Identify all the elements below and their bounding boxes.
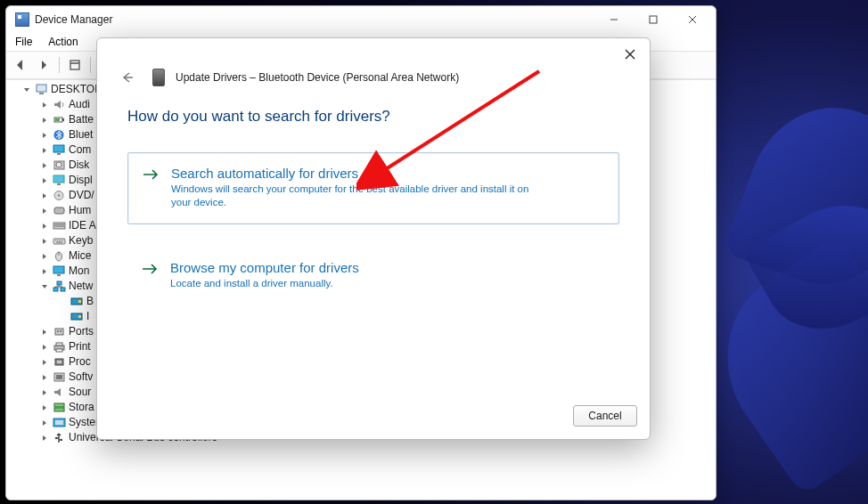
mouse-icon: [52, 250, 66, 263]
svg-rect-10: [57, 153, 61, 155]
tree-node-label: Hum: [69, 203, 91, 218]
option-browse-computer[interactable]: Browse my computer for drivers Locate an…: [127, 248, 619, 305]
cancel-button[interactable]: Cancel: [573, 405, 637, 427]
monitor-icon: [52, 144, 66, 157]
tree-node-label: Mon: [69, 264, 89, 279]
svg-rect-1: [70, 61, 79, 69]
soft-icon: [52, 371, 66, 384]
chevron-right-icon[interactable]: [40, 237, 49, 246]
svg-rect-29: [78, 315, 81, 318]
svg-rect-7: [55, 118, 60, 121]
chevron-right-icon[interactable]: [40, 116, 49, 125]
svg-rect-17: [54, 207, 64, 214]
keyboard-icon: [52, 235, 66, 248]
battery-icon: [52, 114, 66, 126]
update-drivers-dialog: Update Drivers – Bluetooth Device (Perso…: [96, 37, 651, 440]
window-title: Device Manager: [35, 13, 112, 26]
svg-rect-41: [54, 408, 64, 411]
tree-node-label: Audi: [69, 97, 90, 112]
device-icon: [152, 69, 165, 86]
chevron-right-icon[interactable]: [40, 388, 49, 397]
tree-node-label: Softv: [69, 370, 93, 385]
chevron-right-icon[interactable]: [40, 191, 49, 200]
svg-rect-25: [57, 281, 61, 285]
toolbar-back-button[interactable]: [10, 54, 31, 76]
chevron-right-icon[interactable]: [40, 176, 49, 185]
svg-point-44: [54, 437, 56, 439]
chevron-right-icon[interactable]: [40, 207, 49, 215]
maximize-button[interactable]: [634, 7, 673, 32]
chevron-right-icon[interactable]: [40, 267, 49, 276]
svg-rect-35: [56, 349, 62, 352]
option-description: Windows will search your computer for th…: [171, 183, 545, 209]
tree-node-label: DVD/: [69, 188, 94, 203]
svg-rect-4: [39, 93, 44, 94]
svg-point-16: [57, 194, 60, 197]
tree-node-label: Proc: [69, 354, 91, 370]
system-icon: [52, 417, 66, 429]
menu-action[interactable]: Action: [45, 35, 81, 49]
titlebar[interactable]: Device Manager: [6, 6, 716, 33]
chevron-down-icon[interactable]: [22, 85, 31, 94]
arrow-right-icon: [140, 260, 160, 290]
tree-node-label: Ports: [69, 324, 94, 339]
chevron-right-icon[interactable]: [40, 131, 49, 140]
app-icon: [15, 12, 29, 27]
chevron-right-icon[interactable]: [40, 252, 49, 261]
chevron-right-icon[interactable]: [40, 419, 49, 427]
tree-node-label: Com: [69, 142, 91, 158]
printer-icon: [52, 341, 66, 354]
sound-icon: [52, 386, 66, 399]
tree-node-label: Sour: [69, 385, 91, 400]
svg-rect-30: [55, 329, 63, 335]
tree-node-label: Batte: [69, 112, 94, 127]
chevron-right-icon[interactable]: [40, 101, 49, 110]
tree-node-label: IDE A: [69, 218, 96, 233]
svg-rect-24: [61, 288, 65, 291]
svg-rect-40: [54, 403, 64, 407]
svg-rect-0: [650, 16, 657, 23]
toolbar-forward-button[interactable]: [33, 54, 54, 76]
svg-rect-9: [53, 145, 64, 152]
minimize-button[interactable]: [594, 7, 634, 32]
back-arrow-icon[interactable]: [119, 69, 136, 86]
tree-node-label: Mice: [69, 248, 91, 264]
chevron-right-icon[interactable]: [40, 146, 49, 155]
svg-rect-6: [62, 118, 64, 121]
dialog-footer: Cancel: [97, 396, 650, 439]
chevron-right-icon[interactable]: [40, 161, 49, 170]
svg-rect-39: [56, 375, 62, 379]
dialog-close-button[interactable]: [616, 44, 644, 65]
disk-icon: [52, 159, 66, 172]
tree-node-label: Keyb: [69, 233, 93, 248]
svg-rect-43: [55, 420, 63, 425]
toolbar-properties-button[interactable]: [64, 54, 86, 76]
chevron-down-icon[interactable]: [40, 282, 49, 291]
svg-rect-21: [53, 266, 64, 273]
chevron-right-icon[interactable]: [40, 358, 49, 367]
svg-rect-34: [56, 343, 62, 345]
cpu-icon: [52, 356, 66, 369]
chevron-right-icon[interactable]: [40, 434, 49, 443]
close-button[interactable]: [673, 7, 712, 32]
monitor-icon: [52, 265, 66, 278]
computer-icon: [34, 84, 48, 96]
option-title: Browse my computer for drivers: [170, 260, 607, 275]
audio-icon: [52, 99, 66, 111]
tree-node-label: Bluet: [69, 127, 93, 142]
chevron-right-icon[interactable]: [40, 328, 49, 337]
storage-icon: [52, 402, 66, 414]
menu-file[interactable]: File: [12, 35, 36, 49]
tree-node-label: Disk: [69, 158, 89, 173]
chevron-right-icon[interactable]: [40, 222, 49, 231]
svg-point-12: [56, 162, 61, 167]
tree-node-label: Stora: [69, 400, 94, 415]
chevron-right-icon[interactable]: [40, 373, 49, 382]
svg-rect-14: [57, 183, 61, 185]
svg-point-31: [57, 330, 59, 332]
chevron-right-icon[interactable]: [40, 403, 49, 412]
chevron-right-icon[interactable]: [40, 343, 49, 352]
option-title: Search automatically for drivers: [171, 166, 606, 181]
dvd-icon: [52, 190, 66, 202]
option-search-automatically[interactable]: Search automatically for drivers Windows…: [127, 152, 619, 224]
